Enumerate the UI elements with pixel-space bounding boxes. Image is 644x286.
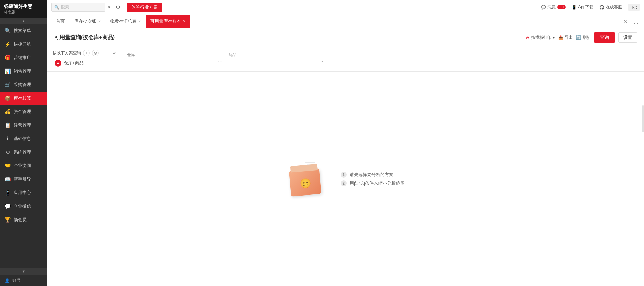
tab-deposit-summary[interactable]: 收发存汇总表× — [105, 15, 146, 28]
sidebar-item-enterprise[interactable]: 🤝 企业协同 — [0, 159, 47, 173]
topbar-search-box[interactable]: 🔍 搜索 — [51, 3, 105, 12]
sidebar-icon-finance: 💰 — [5, 109, 11, 115]
add-icon: + — [85, 51, 88, 56]
refresh-label: 刷新 — [583, 35, 591, 41]
fullscreen-btn[interactable]: ⛶ — [632, 18, 640, 26]
page-header: 可用量查询(按仓库+商品) 🖨 按模板打印 ▾ 📤 导出 🔄 刷新 查询 设置 — [47, 28, 644, 46]
close-tab-btn[interactable]: ✕ — [621, 18, 629, 26]
topbar-settings-icon[interactable]: ⚙ — [113, 3, 123, 12]
sidebar-item-sales[interactable]: 📊 销售管理 — [0, 64, 47, 78]
sidebar-bottom[interactable]: 👤 账号 — [0, 275, 47, 286]
sidebar-label-quick-nav: 快捷导航 — [14, 41, 31, 47]
tab-label-available-ledger: 可用量库存账本 — [150, 18, 181, 24]
topbar: 🔍 搜索 ▾ ⚙ 体验行业方案 💬 消息 99+ 📱 App下载 🎧 在线客服 … — [47, 0, 644, 15]
tabs-actions: ✕ ⛶ — [621, 18, 640, 26]
sidebar-icon-sales: 📊 — [5, 68, 11, 74]
refresh-btn[interactable]: 🔄 刷新 — [576, 35, 591, 41]
sidebar-item-search[interactable]: 🔍 搜索菜单 — [0, 24, 47, 37]
topbar-app-download[interactable]: 📱 App下载 — [572, 4, 593, 10]
tab-close-available-ledger[interactable]: × — [183, 19, 185, 24]
experience-btn[interactable]: 体验行业方案 — [127, 3, 162, 12]
sidebar-scroll-up[interactable]: ▲ — [0, 18, 47, 24]
topbar-dropdown[interactable]: ▾ — [108, 5, 110, 10]
sidebar-item-onboarding[interactable]: 📖 新手引导 — [0, 173, 47, 186]
app-download-icon: 📱 — [572, 5, 577, 10]
tab-available-ledger[interactable]: 可用量库存账本× — [146, 15, 190, 28]
empty-hint-1: 1 请先选择要分析的方案 — [341, 172, 405, 178]
sidebar-icon-wechat: 💬 — [5, 203, 11, 209]
message-label: 消息 — [547, 4, 556, 10]
settings-btn[interactable]: 设置 — [618, 32, 637, 43]
service-icon: 🎧 — [599, 5, 604, 10]
filter-area: 按以下方案查询 + ⊙ « ● 仓库+商品 仓库 — [47, 46, 644, 72]
topbar-user-info[interactable]: Rit — [628, 4, 640, 11]
tab-batch-ledger[interactable]: 库存批次账× — [70, 15, 105, 28]
warehouse-field-input[interactable]: ··· — [127, 59, 222, 66]
sidebar-item-operations[interactable]: 📋 经营管理 — [0, 119, 47, 132]
tab-close-deposit-summary[interactable]: × — [138, 19, 141, 24]
print-label: 按模板打印 — [531, 35, 551, 41]
sidebar-icon-system: ⚙ — [5, 149, 11, 155]
product-more-btn[interactable]: ··· — [320, 59, 323, 63]
sidebar-label-app-center: 应用中心 — [14, 190, 31, 196]
sidebar-icon-quick-nav: ⚡ — [5, 41, 11, 47]
topbar-right: 💬 消息 99+ 📱 App下载 🎧 在线客服 Rit — [541, 4, 640, 11]
sidebar-icon-operations: 📋 — [5, 122, 11, 128]
sidebar-item-purchase[interactable]: 🛒 采购管理 — [0, 78, 47, 92]
sidebar-label-enterprise: 企业协同 — [14, 163, 31, 169]
hint-text-2: 用[过滤]条件来缩小分析范围 — [350, 180, 405, 186]
sidebar-item-quick-nav[interactable]: ⚡ 快捷导航 — [0, 37, 47, 51]
page-actions: 🖨 按模板打印 ▾ 📤 导出 🔄 刷新 查询 设置 — [526, 32, 637, 43]
scheme-settings-icon: ⊙ — [94, 51, 97, 56]
scheme-add-btn[interactable]: + — [83, 50, 90, 56]
sidebar-scroll-down[interactable]: ▼ — [0, 268, 47, 275]
sidebar-item-app-center[interactable]: 📱 应用中心 — [0, 186, 47, 200]
sidebar-item-marketing[interactable]: 🎁 营销推广 — [0, 51, 47, 64]
sidebar-label-sales: 销售管理 — [14, 68, 31, 74]
warehouse-input[interactable] — [127, 59, 216, 64]
scheme-item-icon: ● — [55, 60, 61, 67]
scheme-collapse-btn[interactable]: « — [113, 50, 116, 56]
search-icon: 🔍 — [54, 5, 59, 10]
topbar-online-service[interactable]: 🎧 在线客服 — [599, 4, 622, 10]
sidebar-label-operations: 经营管理 — [14, 122, 31, 128]
right-scrollbar[interactable] — [642, 105, 644, 132]
export-icon: 📤 — [558, 35, 563, 40]
filter-scheme: 按以下方案查询 + ⊙ « ● 仓库+商品 — [53, 50, 120, 68]
product-field-input[interactable]: ··· — [228, 59, 323, 66]
app-name: 畅康通好生意 — [4, 3, 32, 9]
export-btn[interactable]: 📤 导出 — [558, 35, 573, 41]
sidebar-item-basic-info[interactable]: ℹ 基础信息 — [0, 132, 47, 146]
product-input[interactable] — [228, 59, 318, 64]
sidebar-label-finance: 资金管理 — [14, 109, 31, 115]
topbar-message[interactable]: 💬 消息 99+ — [541, 4, 566, 10]
empty-hint-2: 2 用[过滤]条件来缩小分析范围 — [341, 180, 405, 186]
print-icon: 🖨 — [526, 35, 530, 40]
tab-close-batch-ledger[interactable]: × — [98, 19, 101, 24]
hint-num-1: 1 — [341, 172, 347, 178]
search-placeholder: 搜索 — [61, 4, 69, 10]
tab-label-home: 首页 — [56, 18, 65, 24]
export-label: 导出 — [565, 35, 573, 41]
page-content: 可用量查询(按仓库+商品) 🖨 按模板打印 ▾ 📤 导出 🔄 刷新 查询 设置 — [47, 28, 644, 286]
sidebar-label-member: 畅会员 — [14, 217, 27, 223]
sidebar-bottom-label: 账号 — [12, 278, 21, 283]
tab-home[interactable]: 首页 — [51, 15, 70, 28]
page-title: 可用量查询(按仓库+商品) — [54, 34, 115, 41]
print-dropdown-icon: ▾ — [553, 35, 555, 40]
warehouse-more-btn[interactable]: ··· — [218, 59, 222, 63]
user-label: Rit — [632, 5, 637, 10]
print-btn[interactable]: 🖨 按模板打印 ▾ — [526, 35, 555, 41]
hint-num-2: 2 — [341, 180, 347, 186]
sidebar-item-inventory[interactable]: 📦 库存核算 — [0, 92, 47, 105]
sidebar-item-member[interactable]: 🏆 畅会员 — [0, 213, 47, 227]
sidebar-label-inventory: 库存核算 — [14, 95, 31, 101]
sidebar-item-finance[interactable]: 💰 资金管理 — [0, 105, 47, 119]
scheme-settings-btn[interactable]: ⊙ — [92, 50, 99, 56]
hint-text-1: 请先选择要分析的方案 — [350, 172, 393, 178]
sidebar-item-system[interactable]: ⚙ 系统管理 — [0, 146, 47, 159]
scheme-item-warehouse-product[interactable]: ● 仓库+商品 — [53, 58, 116, 68]
query-btn[interactable]: 查询 — [594, 32, 615, 43]
sidebar-item-wechat[interactable]: 💬 企业微信 — [0, 200, 47, 213]
filter-field-product: 商品 ··· — [228, 52, 323, 66]
